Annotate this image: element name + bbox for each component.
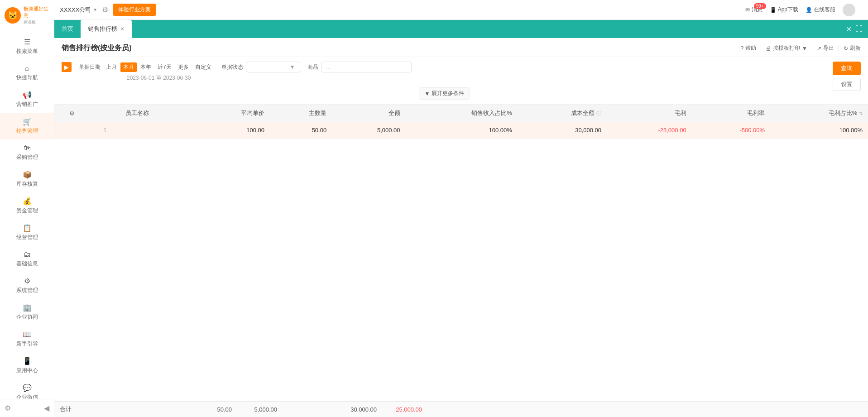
settings-button[interactable]: 设置 bbox=[833, 78, 861, 91]
date-tab-custom[interactable]: 自定义 bbox=[192, 62, 214, 72]
date-range-display: 2023-06-01 至 2023-06-30 bbox=[125, 74, 827, 82]
th-gross: 毛利 bbox=[607, 105, 692, 122]
sidebar-item-label: 销售管理 bbox=[16, 127, 38, 135]
data-table: ⚙ 员工名称 平均单价 主数量 全额 销售收入占比% 成本全额 ⓘ 毛利 毛利率… bbox=[54, 105, 868, 139]
sidebar-item-label: 企业微信 bbox=[16, 393, 38, 399]
sidebar-footer: ⚙ ◀ bbox=[0, 399, 54, 417]
date-tab-lastmonth[interactable]: 上月 bbox=[103, 62, 120, 72]
table-header-row: ⚙ 员工名称 平均单价 主数量 全额 销售收入占比% 成本全额 ⓘ 毛利 毛利率… bbox=[54, 105, 868, 122]
message-badge: 99+ bbox=[754, 3, 766, 9]
sidebar-item-marketing[interactable]: 📢 营销推广 bbox=[0, 86, 54, 113]
cell-gross: -25,000.00 bbox=[607, 122, 692, 139]
date-label: 单据日期 bbox=[79, 63, 101, 71]
divider2 bbox=[812, 45, 812, 52]
th-settings[interactable]: ⚙ bbox=[54, 105, 90, 122]
help-button[interactable]: ? 帮助 bbox=[740, 44, 756, 52]
message-icon: ✉ bbox=[745, 7, 750, 13]
sidebar-item-operations[interactable]: 📋 经营管理 bbox=[0, 219, 54, 246]
divider3 bbox=[839, 45, 839, 52]
date-range-text: 2023-06-01 至 2023-06-30 bbox=[127, 75, 191, 81]
tab-close-all-icon[interactable]: ✕ bbox=[846, 25, 852, 34]
sidebar-collapse-icon[interactable]: ◀ bbox=[44, 404, 49, 412]
date-tab-more[interactable]: 更多 bbox=[175, 62, 192, 72]
main-content: XXXXX公司 ▼ ⚙ 体验行业方案 ✉ 消息 99+ 📱 App下载 👤 在线… bbox=[54, 0, 868, 417]
purchase-icon: 🛍 bbox=[24, 144, 31, 152]
expand-icon: ▼ bbox=[425, 91, 430, 97]
filter-row: ▶ 单据日期 上月 本月 本年 近7天 更多 自定义 bbox=[62, 62, 827, 72]
inventory-icon: 📦 bbox=[23, 170, 32, 179]
sidebar-item-cooperation[interactable]: 🏢 企业协同 bbox=[0, 299, 54, 326]
export-icon: ↗ bbox=[817, 45, 821, 52]
status-dropdown[interactable]: ▼ bbox=[246, 62, 300, 72]
sidebar-settings-icon[interactable]: ⚙ bbox=[5, 404, 11, 412]
date-tabs: 上月 本月 本年 近7天 更多 自定义 bbox=[103, 62, 214, 72]
sidebar-logo: 🐱 畅康通好生意 标准版 bbox=[0, 0, 54, 31]
app-download-button[interactable]: 📱 App下载 bbox=[770, 6, 798, 14]
finance-icon: 💰 bbox=[23, 197, 32, 206]
sidebar-item-search[interactable]: ☰ 搜索菜单 bbox=[0, 33, 54, 60]
th-cost: 成本全额 ⓘ bbox=[518, 105, 607, 122]
filter-area: ▶ 单据日期 上月 本月 本年 近7天 更多 自定义 bbox=[54, 57, 868, 105]
date-tab-thisyear[interactable]: 本年 bbox=[138, 62, 154, 72]
guide-icon: 📖 bbox=[23, 330, 32, 339]
topbar-settings-icon[interactable]: ⚙ bbox=[102, 5, 108, 14]
page-header: 销售排行榜(按业务员) ? 帮助 🖨 按模板打印 ▼ ↗ bbox=[54, 38, 868, 57]
help-icon: ? bbox=[740, 45, 743, 52]
sidebar-item-label: 资金管理 bbox=[16, 207, 38, 215]
table-settings-icon: ⚙ bbox=[69, 110, 75, 117]
operations-icon: 📋 bbox=[23, 224, 32, 232]
cooperation-icon: 🏢 bbox=[23, 303, 32, 312]
sidebar-item-appcenter[interactable]: 📱 应用中心 bbox=[0, 352, 54, 379]
expand-more-conditions-button[interactable]: ▼ 展开更多条件 bbox=[419, 87, 470, 100]
th-gross-pct: 毛利占比% ⇅ bbox=[770, 105, 868, 122]
table-row: 1 100.00 50.00 5,000.00 100.00% 30,000.0… bbox=[54, 122, 868, 139]
print-button[interactable]: 🖨 按模板打印 ▼ bbox=[766, 44, 807, 52]
sidebar-item-guide[interactable]: 📖 新手引导 bbox=[0, 326, 54, 352]
sidebar-item-system[interactable]: ⚙ 系统管理 bbox=[0, 272, 54, 299]
tab-sales-rank[interactable]: 销售排行榜 ✕ bbox=[81, 20, 132, 38]
sidebar-item-label: 搜索菜单 bbox=[16, 48, 38, 55]
sidebar-item-label: 企业协同 bbox=[16, 313, 38, 321]
message-button[interactable]: ✉ 消息 99+ bbox=[745, 6, 762, 14]
cell-gross-pct: 100.00% bbox=[770, 122, 868, 139]
date-filter: 单据日期 上月 本月 本年 近7天 更多 自定义 bbox=[79, 62, 214, 72]
print-dropdown-icon: ▼ bbox=[802, 45, 807, 52]
company-selector[interactable]: XXXXX公司 ▼ bbox=[60, 6, 97, 14]
date-tab-last7days[interactable]: 近7天 bbox=[155, 62, 174, 72]
sidebar-item-basic[interactable]: 🗂 基础信息 bbox=[0, 246, 54, 272]
avatar[interactable] bbox=[843, 4, 855, 16]
print-icon: 🖨 bbox=[766, 45, 771, 52]
sidebar-item-purchase[interactable]: 🛍 采购管理 bbox=[0, 139, 54, 166]
content-area: 销售排行榜(按业务员) ? 帮助 🖨 按模板打印 ▼ ↗ bbox=[54, 38, 868, 417]
filter-collapse-btn[interactable]: ▶ bbox=[62, 62, 72, 72]
export-button[interactable]: ↗ 导出 bbox=[817, 44, 834, 52]
menu-icon: ☰ bbox=[24, 38, 30, 46]
sidebar-item-label: 营销推广 bbox=[16, 101, 38, 108]
goods-input[interactable]: ... bbox=[321, 62, 412, 72]
query-button[interactable]: 查询 bbox=[833, 62, 861, 75]
online-service-button[interactable]: 👤 在线客服 bbox=[806, 6, 835, 14]
sidebar-item-wechat[interactable]: 💬 企业微信 bbox=[0, 379, 54, 399]
tab-close-icon[interactable]: ✕ bbox=[120, 26, 125, 32]
cell-rank: 1 bbox=[90, 122, 120, 139]
sidebar-item-finance[interactable]: 💰 资金管理 bbox=[0, 192, 54, 219]
refresh-button[interactable]: ↻ 刷新 bbox=[844, 44, 861, 52]
sales-icon: 🛒 bbox=[23, 117, 32, 126]
table-footer: 合计 50.00 5,000.00 30,000.00 -25,000.00 bbox=[54, 401, 868, 417]
goods-label: 商品 bbox=[307, 63, 318, 71]
sidebar-item-sales[interactable]: 🛒 销售管理 bbox=[0, 113, 54, 139]
sidebar-item-label: 基础信息 bbox=[16, 260, 38, 268]
content-inner: 销售排行榜(按业务员) ? 帮助 🖨 按模板打印 ▼ ↗ bbox=[54, 38, 868, 417]
trial-button[interactable]: 体验行业方案 bbox=[113, 4, 156, 16]
sort-icon[interactable]: ⇅ bbox=[859, 111, 863, 116]
date-tab-thismonth[interactable]: 本月 bbox=[120, 62, 137, 72]
tab-restore-icon[interactable]: ⛶ bbox=[855, 25, 863, 33]
tab-sales-rank-label: 销售排行榜 bbox=[88, 25, 117, 33]
tab-home[interactable]: 首页 bbox=[54, 20, 81, 38]
sidebar-item-quicknav[interactable]: ⌂ 快捷导航 bbox=[0, 60, 54, 86]
status-dropdown-arrow-icon: ▼ bbox=[290, 64, 295, 70]
sidebar: 🐱 畅康通好生意 标准版 ☰ 搜索菜单 ⌂ 快捷导航 📢 营销推广 🛒 销售管理… bbox=[0, 0, 54, 417]
page-title: 销售排行榜(按业务员) bbox=[62, 43, 132, 53]
divider bbox=[761, 45, 761, 52]
sidebar-item-inventory[interactable]: 📦 库存核算 bbox=[0, 166, 54, 192]
